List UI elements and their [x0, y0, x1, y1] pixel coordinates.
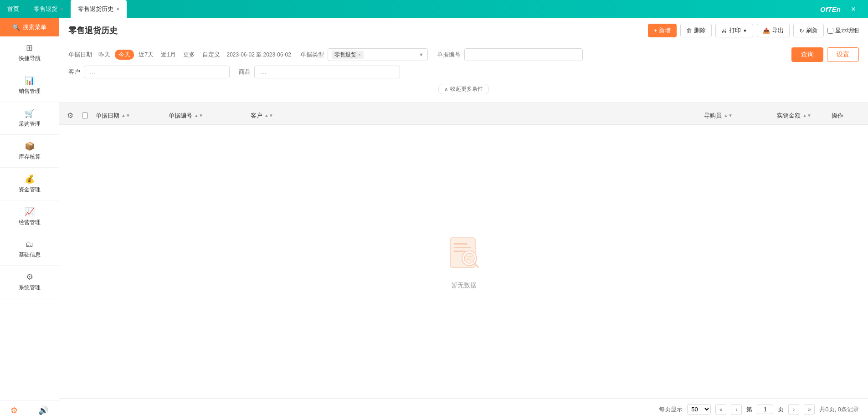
customer-filter-dots[interactable]: ... — [88, 68, 98, 76]
sidebar-volume-button[interactable]: 🔊 — [38, 405, 48, 415]
window-close-button[interactable]: × — [846, 2, 861, 16]
quick-nav-icon: ⊞ — [26, 43, 33, 53]
brand-label: OfTEn — [820, 5, 841, 13]
sidebar: 🔍 搜索菜单 ⊞ 快捷导航 📊 销售管理 🛒 采购管理 📦 库存核算 💰 — [0, 18, 59, 420]
goods-filter-item: 商品 ... — [239, 66, 400, 78]
collapse-label: 收起更多条件 — [450, 85, 483, 93]
th-guide: 导购员 ▲▼ — [700, 112, 773, 120]
th-guide-sort[interactable]: ▲▼ — [724, 113, 733, 118]
page-prefix: 第 — [746, 405, 752, 414]
tab-retail-return-label: 零售退货 — [34, 5, 57, 13]
prev-page-button[interactable]: ‹ — [731, 404, 742, 415]
svg-rect-2 — [454, 247, 471, 248]
collapse-bar: ∧ 收起更多条件 — [68, 82, 859, 98]
sidebar-item-operations[interactable]: 📈 经营管理 — [0, 200, 59, 233]
sales-icon: 📊 — [25, 76, 35, 86]
voucher-filter-label: 单据编号 — [437, 51, 461, 59]
sidebar-item-basic-info[interactable]: 🗂 基础信息 — [0, 233, 59, 266]
goods-filter-dots[interactable]: ... — [258, 68, 268, 76]
empty-text: 暂无数据 — [451, 282, 477, 290]
tab-retail-return[interactable]: 零售退货 × — [26, 0, 71, 18]
page-size-select[interactable]: 50 10 20 100 — [687, 404, 711, 415]
show-detail-input[interactable] — [827, 28, 833, 34]
pagination: 每页显示 50 10 20 100 « ‹ 第 页 › » 共0页, 0条记录 — [59, 398, 868, 420]
finance-icon: 💰 — [25, 174, 35, 184]
sidebar-item-inventory[interactable]: 📦 库存核算 — [0, 135, 59, 168]
sidebar-settings-button[interactable]: ⚙ — [10, 405, 18, 415]
filter-row-1: 单据日期 昨天 今天 近7天 近1月 更多 自定义 2023-06-02 至 2… — [68, 47, 859, 62]
refresh-button[interactable]: ↻ 刷新 — [793, 24, 824, 37]
table-settings-icon[interactable]: ⚙ — [63, 111, 77, 120]
type-filter-tag-close[interactable]: × — [358, 52, 361, 57]
select-all-input[interactable] — [82, 113, 88, 118]
date-option-yesterday[interactable]: 昨天 — [96, 50, 113, 60]
prev-page-icon: ‹ — [735, 406, 737, 413]
filter-action-buttons: 查询 设置 — [791, 47, 859, 62]
tab-retail-return-close[interactable]: × — [60, 6, 63, 12]
sidebar-item-label: 系统管理 — [19, 284, 41, 292]
customer-filter-select[interactable]: ... — [84, 66, 230, 78]
goods-filter-select[interactable]: ... — [254, 66, 400, 78]
collapse-icon: ∧ — [444, 86, 448, 92]
tab-home[interactable]: 首页 — [0, 0, 26, 18]
filter-area: 单据日期 昨天 今天 近7天 近1月 更多 自定义 2023-06-02 至 2… — [68, 43, 859, 102]
sidebar-item-sales[interactable]: 📊 销售管理 — [0, 69, 59, 102]
type-filter-select[interactable]: 零售退货 × ▼ — [328, 48, 428, 61]
first-page-button[interactable]: « — [715, 404, 726, 415]
type-filter-tag-label: 零售退货 — [334, 51, 356, 59]
th-guide-label: 导购员 — [704, 112, 722, 120]
query-button[interactable]: 查询 — [791, 47, 823, 62]
sidebar-item-label: 快捷导航 — [19, 55, 41, 62]
page-number-input[interactable] — [757, 405, 773, 414]
content-area: 零售退货历史 + 新增 🗑 删除 🖨 打印 ▼ 📤 导出 — [59, 18, 868, 420]
collapse-button[interactable]: ∧ 收起更多条件 — [438, 84, 489, 94]
type-filter-item: 单据类型 零售退货 × ▼ — [300, 48, 428, 61]
date-filter-options: 昨天 今天 近7天 近1月 更多 自定义 — [96, 50, 223, 60]
operations-icon: 📈 — [25, 207, 35, 217]
date-option-7days[interactable]: 近7天 — [136, 50, 156, 60]
sidebar-item-finance[interactable]: 💰 资金管理 — [0, 168, 59, 200]
sidebar-search-button[interactable]: 🔍 搜索菜单 — [0, 18, 59, 36]
export-button[interactable]: 📤 导出 — [757, 24, 790, 37]
tab-retail-return-history-close[interactable]: × — [116, 6, 119, 12]
th-date-sort[interactable]: ▲▼ — [121, 113, 130, 118]
sidebar-item-quick-nav[interactable]: ⊞ 快捷导航 — [0, 36, 59, 69]
date-option-custom[interactable]: 自定义 — [200, 50, 223, 60]
basic-info-icon: 🗂 — [26, 240, 34, 249]
toolbar: + 新增 🗑 删除 🖨 打印 ▼ 📤 导出 ↻ — [648, 24, 859, 37]
delete-icon: 🗑 — [686, 27, 692, 34]
print-dropdown-icon: ▼ — [743, 28, 747, 33]
sidebar-item-purchase[interactable]: 🛒 采购管理 — [0, 102, 59, 135]
th-customer-sort[interactable]: ▲▼ — [264, 113, 273, 118]
th-date: 单据日期 ▲▼ — [92, 112, 165, 120]
print-icon: 🖨 — [721, 27, 727, 34]
th-number-sort[interactable]: ▲▼ — [194, 113, 203, 118]
top-bar: 首页 零售退货 × 零售退货历史 × OfTEn × — [0, 0, 868, 18]
tab-retail-return-history-label: 零售退货历史 — [78, 5, 113, 13]
type-filter-tag: 零售退货 × — [332, 51, 364, 59]
show-detail-checkbox[interactable]: 显示明细 — [827, 26, 859, 35]
page-header: 零售退货历史 + 新增 🗑 删除 🖨 打印 ▼ 📤 导出 — [59, 18, 868, 103]
voucher-filter-input[interactable] — [464, 48, 583, 61]
date-filter-item: 单据日期 昨天 今天 近7天 近1月 更多 自定义 2023-06-02 至 2… — [68, 50, 291, 60]
table-select-all-checkbox[interactable] — [77, 113, 92, 118]
date-filter-label: 单据日期 — [68, 51, 92, 59]
th-amount-sort[interactable]: ▲▼ — [802, 113, 812, 118]
sidebar-item-label: 采购管理 — [19, 120, 41, 128]
sidebar-item-system[interactable]: ⚙ 系统管理 — [0, 266, 59, 298]
date-option-more[interactable]: 更多 — [180, 50, 198, 60]
delete-button[interactable]: 🗑 删除 — [680, 24, 712, 37]
last-page-icon: » — [808, 406, 811, 413]
next-page-button[interactable]: › — [788, 404, 799, 415]
main-layout: 🔍 搜索菜单 ⊞ 快捷导航 📊 销售管理 🛒 采购管理 📦 库存核算 💰 — [0, 18, 868, 420]
last-page-button[interactable]: » — [804, 404, 815, 415]
date-option-today[interactable]: 今天 — [115, 50, 134, 60]
sidebar-item-label: 经营管理 — [19, 219, 41, 226]
print-button[interactable]: 🖨 打印 ▼ — [715, 24, 753, 37]
type-filter-arrow: ▼ — [419, 52, 424, 57]
th-customer-label: 客户 — [251, 112, 262, 120]
date-option-1month[interactable]: 近1月 — [158, 50, 179, 60]
settings-filter-button[interactable]: 设置 — [827, 47, 859, 62]
new-button[interactable]: + 新增 — [648, 24, 677, 37]
tab-retail-return-history[interactable]: 零售退货历史 × — [71, 0, 127, 18]
